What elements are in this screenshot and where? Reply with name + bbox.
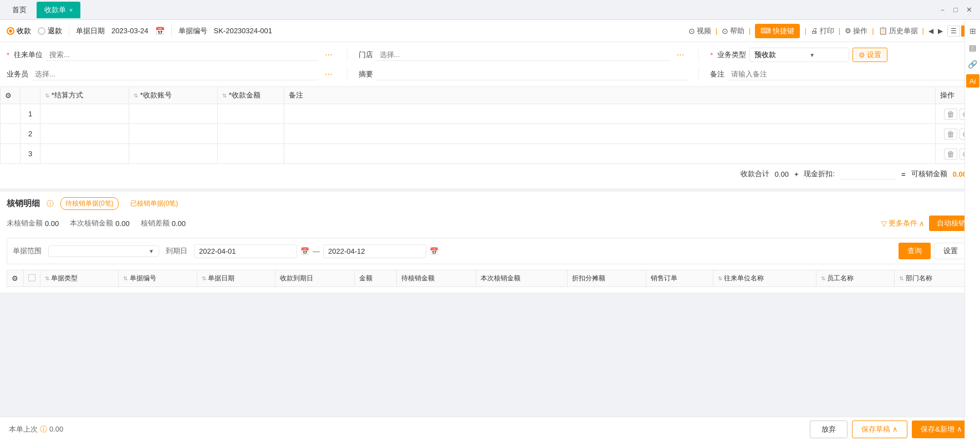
print-label: 打印 [820,26,834,36]
col-header-doc-num: ⇅ 单据编号 [119,270,197,287]
summary-input[interactable] [376,68,688,80]
bottom-table-settings-icon[interactable]: ⚙ [12,274,18,283]
row-3-delete-btn[interactable]: 🗑 [944,148,957,160]
history-btn[interactable]: 📋 历史单据 [879,26,918,36]
sort-staff[interactable]: ⇅ [821,275,825,281]
row-1-account[interactable] [129,104,218,124]
col-header-remark: 备注 [284,87,936,104]
select-all-checkbox[interactable] [28,274,35,281]
date-to-input[interactable] [323,244,426,258]
tab-active[interactable]: 收款单 × [37,2,80,18]
save-new-arrow: ∧ [957,425,962,433]
shortcut-btn[interactable]: ⌨ 快捷键 [755,24,800,38]
query-btn[interactable]: 查询 [899,243,931,259]
done-tab[interactable]: 已核销单据(0笔) [125,197,183,210]
right-sidebar: ⊞ ▤ 🔗 Ai [964,20,980,441]
sidebar-icon-table[interactable]: ▤ [966,41,979,54]
bottom-info-icon[interactable]: ⓘ [40,424,47,434]
filter-icon: ▽ [881,219,887,228]
calendar-icon[interactable]: 📅 [155,27,165,35]
data-table: ⚙ ⇅ *结算方式 ⇅ *收款账号 ⇅ *收款金额 备注 操作 [0,86,980,164]
nav-right-btn[interactable]: ▶ [938,27,943,35]
staff-field: 业务员 ··· [7,68,336,80]
save-new-btn[interactable]: 保存&新增 ∧ [912,421,971,438]
info-icon[interactable]: ⓘ [47,199,54,209]
cal-icon-from[interactable]: 📅 [300,247,309,255]
sidebar-icon-grid[interactable]: ⊞ [966,24,979,38]
cal-icon-to[interactable]: 📅 [430,247,438,255]
sort-partner[interactable]: ⇅ [718,275,722,281]
form-divider-1 [347,48,348,61]
row-2-settings [1,124,21,144]
minimize-btn[interactable]: － [938,6,947,14]
row-2-settlement[interactable] [40,124,129,144]
range-select[interactable]: ▼ [48,245,159,257]
sidebar-icon-screen[interactable]: Ai [966,74,979,88]
nav-left-btn[interactable]: ◀ [928,27,933,35]
bottom-section: 核销明细 ⓘ 待核销单据(0笔) 已核销单据(0笔) 未核销金额 0.00 本次… [0,192,980,293]
row-2-account[interactable] [129,124,218,144]
row-1-delete-btn[interactable]: 🗑 [944,109,957,120]
radio-shoukuan-label: 收款 [17,26,31,36]
counterpart-input[interactable] [46,49,318,61]
sort-icon-account[interactable]: ⇅ [134,93,138,99]
ops-btn[interactable]: ⚙ 操作 [845,26,867,36]
row-1-settlement[interactable] [40,104,129,124]
filter-setting-btn[interactable]: 设置 [934,243,967,259]
more-conditions-btn[interactable]: ▽ 更多条件 ∧ [881,218,925,228]
row-2-delete-btn[interactable]: 🗑 [944,129,957,140]
payment-type-group: 收款 退款 [7,26,62,36]
radio-tuikuan[interactable]: 退款 [38,26,62,36]
date-range: 📅 — 📅 [194,244,438,258]
sidebar-icon-link[interactable]: 🔗 [966,58,979,71]
remark-input[interactable] [728,68,973,80]
diff-label: 核销差额 [141,218,170,228]
sort-icon-settlement[interactable]: ⇅ [45,93,49,99]
staff-more-btn[interactable]: ··· [321,69,335,79]
col-header-settings[interactable]: ⚙ [1,87,21,104]
tab-close-btn[interactable]: × [69,7,73,13]
date-from-input[interactable] [194,244,297,258]
sort-doc-date[interactable]: ⇅ [202,275,206,281]
shop-more-btn[interactable]: ··· [673,50,687,60]
row-3-settings [1,144,21,164]
shortcut-label: 快捷键 [773,26,794,36]
staff-input[interactable] [32,68,318,80]
print-btn[interactable]: 🖨 打印 [811,26,834,36]
row-3-account[interactable] [129,144,218,164]
row-1-amount[interactable] [218,104,284,124]
sort-doc-type[interactable]: ⇅ [45,275,49,281]
counterpart-more-btn[interactable]: ··· [321,50,335,60]
draft-btn[interactable]: 保存草稿 ∧ [852,421,907,438]
help-btn[interactable]: ⊙ 帮助 [722,26,744,36]
net-label: 可核销金额 [911,169,947,179]
abandon-btn[interactable]: 放弃 [810,421,848,438]
stat-actions: ▽ 更多条件 ∧ 自动核销 [881,216,973,231]
unverified-value: 0.00 [45,219,59,228]
video-btn[interactable]: ⊙ 视频 [688,26,711,36]
shop-input[interactable] [376,49,670,61]
maximize-btn[interactable]: □ [951,6,960,14]
col-header-pending: 待核销金额 [397,270,476,287]
col-header-current-verify: 本次核销金额 [476,270,567,287]
row-3-settlement[interactable] [40,144,129,164]
row-2-amount[interactable] [218,124,284,144]
sort-icon-amount[interactable]: ⇅ [222,93,227,99]
row-3-amount[interactable] [218,144,284,164]
business-type-dropdown[interactable]: 预收款 ▼ [749,48,849,62]
divider-3: | [716,27,717,35]
row-2-remark[interactable] [284,124,936,144]
row-1-remark[interactable] [284,104,936,124]
pending-tab[interactable]: 待核销单据(0笔) [60,197,119,210]
radio-shoukuan[interactable]: 收款 [7,26,31,36]
tab-home[interactable]: 首页 [4,2,34,18]
setting-btn[interactable]: ⚙ 设置 [853,48,887,62]
sort-dept[interactable]: ⇅ [899,275,904,281]
discount-input[interactable] [840,168,896,180]
sort-doc-num[interactable]: ⇅ [123,275,127,281]
row-3-remark[interactable] [284,144,936,164]
video-label: 视频 [697,26,711,36]
close-btn[interactable]: ✕ [964,6,973,14]
view-list-btn[interactable]: ☰ [947,25,960,37]
bottom-actions: 放弃 保存草稿 ∧ 保存&新增 ∧ [810,421,971,438]
